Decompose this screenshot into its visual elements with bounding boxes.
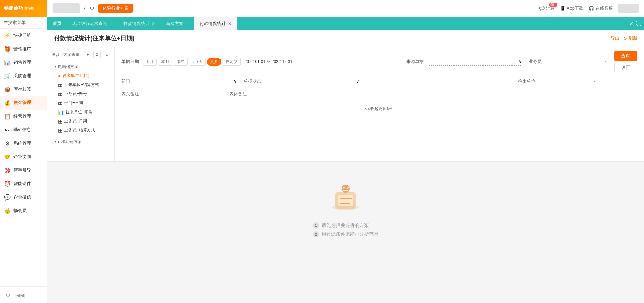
panel-wrapper: 按以下方案查询 + ⚙ « 电脑端方案 ● 往来单位+日期 ▦ 往来单位+结算方…	[47, 47, 644, 162]
topbar-settings-icon[interactable]: ⚙	[90, 5, 94, 11]
scheme-label-unit-date: 往来单位+日期	[63, 73, 89, 79]
unit-dots-btn[interactable]: ···	[592, 78, 597, 84]
sidebar-collapse-btn[interactable]: ◀◀	[16, 290, 25, 300]
query-button[interactable]: 查询	[614, 51, 637, 61]
unit-select[interactable]	[539, 80, 590, 83]
tab-new-plan-close[interactable]: ✕	[185, 21, 189, 26]
tip-text-1: 请先选择要分析的方案	[322, 222, 369, 229]
member-icon: 👑	[4, 207, 11, 214]
online-service-label: 在线客服	[595, 5, 613, 11]
tab-new-plan[interactable]: 新建方案 ✕	[160, 17, 194, 30]
scheme-settings-btn[interactable]: ⚙	[93, 51, 101, 58]
tab-expand-btn[interactable]: ⛶	[636, 21, 641, 27]
scheme-label-staff-settle: 业务员+结算方式	[64, 127, 95, 133]
online-service-btn[interactable]: 🎧 在线客服	[589, 5, 613, 11]
tabbar-end: ✕ ⛶	[629, 17, 644, 30]
tab-payment-stats[interactable]: 付款情况统计 ✕	[194, 17, 237, 30]
sidebar-item-wechat[interactable]: 💬 企业微信	[0, 190, 47, 204]
staff-dots-btn[interactable]: ···	[603, 59, 608, 65]
staff-select[interactable]	[550, 60, 601, 63]
scheme-item-unit-account[interactable]: 📊 往来单位+账号	[47, 108, 114, 117]
app-download-btn[interactable]: 📱 App下载	[560, 5, 583, 11]
date-btn-last-month[interactable]: 上月	[143, 58, 157, 66]
logo-text: 畅捷通巧	[4, 5, 23, 11]
tab-home[interactable]: 首页	[47, 17, 67, 30]
date-btn-7days[interactable]: 近7天	[189, 58, 206, 66]
empty-tip-1: 1 请先选择要分析的方案	[313, 222, 378, 229]
scheme-add-btn[interactable]: +	[84, 51, 91, 58]
topbar: ▾ ⚙ 体验行业方案 💬 消息 99+ 📱 App下载 🎧 在线客服	[47, 0, 644, 17]
scheme-icon-dept-date: ▦	[58, 100, 62, 106]
page-title: 付款情况统计(往来单位+日期)	[54, 34, 135, 42]
doc-status-label: 单据状态	[244, 78, 262, 84]
sidebar-header: 畅捷通巧 标准版	[0, 0, 47, 17]
wechat-label: 企业微信	[13, 194, 31, 200]
sidebar-item-member[interactable]: 👑 畅会员	[0, 204, 47, 217]
sidebar-settings-btn[interactable]: ⚙	[3, 290, 13, 300]
tab-close-all-btn[interactable]: ✕	[629, 21, 633, 27]
guide-icon: 🎯	[4, 167, 11, 174]
trial-btn[interactable]: 体验行业方案	[98, 4, 133, 13]
source-label: 来源单据	[406, 59, 425, 65]
scheme-item-dept-date[interactable]: ▦ 部门+日期	[47, 98, 114, 108]
sidebar-item-capital[interactable]: 💰 资金管理	[0, 96, 47, 110]
sidebar-item-quick-nav[interactable]: ⚡ 快捷导航	[0, 29, 47, 42]
sidebar: 畅捷通巧 标准版 ☰ 搜索菜单 ⚡ 快捷导航 🎁 营销推广 📊 销售管理 🛒 采…	[0, 0, 47, 303]
tab-cash-flow[interactable]: 现金银行流水查询 ✕	[67, 17, 118, 30]
svg-point-3	[342, 185, 350, 193]
scheme-icon-staff-date: ▦	[58, 119, 62, 124]
sidebar-item-purchase[interactable]: 🛒 采购管理	[0, 69, 47, 83]
scheme-item-staff-account[interactable]: ▦ 业务员+账号	[47, 89, 114, 98]
body-note-input[interactable]	[251, 90, 325, 98]
settings-button[interactable]: 设置	[614, 63, 637, 72]
sidebar-item-marketing[interactable]: 🎁 营销推广	[0, 42, 47, 56]
sidebar-item-basic[interactable]: 🗂 基础信息	[0, 123, 47, 137]
sidebar-item-inventory[interactable]: 📦 库存核算	[0, 83, 47, 96]
tab-payment-stats-close[interactable]: ✕	[228, 21, 231, 26]
purchase-label: 采购管理	[13, 73, 31, 79]
date-btn-this-month[interactable]: 本月	[158, 58, 172, 66]
collapse-more-icon: ∧∧	[364, 107, 370, 111]
mobile-scheme-group: ▶ 移动端方案	[47, 136, 114, 147]
mobile-group-label: 移动端方案	[61, 139, 82, 145]
tab-cash-flow-close[interactable]: ✕	[109, 21, 113, 26]
source-select[interactable]: ∨	[428, 58, 522, 66]
notification-btn[interactable]: 💬 消息 99+	[539, 5, 555, 11]
mobile-group-title[interactable]: ▶ 移动端方案	[47, 138, 114, 146]
header-note-input[interactable]	[143, 90, 217, 98]
scheme-item-unit-date[interactable]: ● 往来单位+日期	[47, 71, 114, 80]
refresh-btn[interactable]: ↻ 刷新	[623, 35, 637, 41]
tab-collection-stats[interactable]: 收款情况统计 ✕	[118, 17, 160, 30]
sidebar-item-guide[interactable]: 🎯 新手引导	[0, 163, 47, 177]
collapse-more-btn[interactable]: ∧∧ 收起更多条件	[121, 103, 637, 114]
tab-collection-stats-close[interactable]: ✕	[152, 21, 155, 26]
dept-select[interactable]: ∨	[143, 77, 237, 85]
filter-group-body-note: 表体备注	[229, 90, 330, 98]
refresh-label: 刷新	[628, 35, 637, 41]
pc-group-title[interactable]: 电脑端方案	[47, 63, 114, 71]
date-btn-custom[interactable]: 自定义	[223, 58, 241, 66]
operations-icon: 📋	[4, 113, 11, 120]
sidebar-item-operations[interactable]: 📋 经营管理	[0, 110, 47, 123]
scheme-item-staff-date[interactable]: ▦ 业务员+日期	[47, 117, 114, 126]
export-btn[interactable]: ↑ 导出	[607, 35, 620, 41]
sidebar-item-system[interactable]: ⚙ 系统管理	[0, 137, 47, 150]
sidebar-item-enterprise[interactable]: 🤝 企业协同	[0, 150, 47, 163]
enterprise-label: 企业协同	[13, 154, 31, 160]
sidebar-item-search[interactable]: ☰ 搜索菜单	[0, 17, 47, 29]
sidebar-item-hardware[interactable]: ⏰ 智能硬件	[0, 177, 47, 190]
user-avatar[interactable]	[618, 4, 639, 13]
scheme-icon-staff-settle: ▦	[58, 128, 62, 133]
date-label: 单据日期	[121, 59, 140, 65]
dept-arrow: ∨	[234, 79, 237, 84]
company-dropdown[interactable]: ▾	[84, 6, 86, 11]
date-btn-more[interactable]: 更多	[207, 58, 221, 66]
svg-point-5	[347, 187, 349, 189]
scheme-collapse-btn[interactable]: «	[103, 51, 110, 58]
doc-status-select[interactable]: ∨	[265, 77, 359, 85]
filter-row-1: 单据日期 上月 本月 本年 近7天 更多 自定义 2022-01-01 至 20…	[121, 51, 637, 72]
sidebar-item-sales[interactable]: 📊 销售管理	[0, 56, 47, 69]
scheme-item-staff-settle[interactable]: ▦ 业务员+结算方式	[47, 126, 114, 135]
date-btn-this-year[interactable]: 本年	[174, 58, 188, 66]
scheme-item-unit-settle[interactable]: ▦ 往来单位+结算方式	[47, 80, 114, 89]
